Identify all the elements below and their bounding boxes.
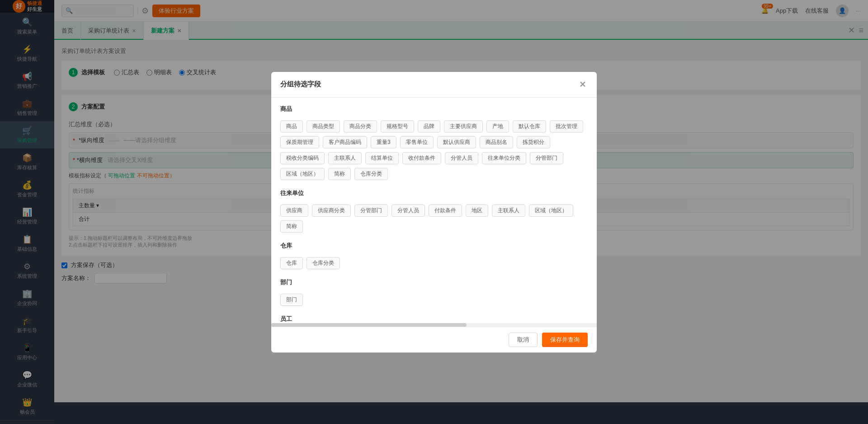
field-cat-title-department: 部门 [280, 278, 588, 289]
field-tags-product: 商品商品类型商品分类规格型号品牌主要供应商产地默认仓库批次管理保质期管理客户商品… [280, 120, 588, 180]
field-cat-product: 商品商品商品类型商品分类规格型号品牌主要供应商产地默认仓库批次管理保质期管理客户… [280, 105, 588, 180]
field-tag-commodity[interactable]: 商品 [280, 120, 303, 133]
field-tag-brand[interactable]: 品牌 [418, 120, 440, 133]
field-tag-retail-unit[interactable]: 零售单位 [400, 136, 434, 148]
field-tag-supplier[interactable]: 供应商 [280, 205, 308, 217]
field-cat-title-partner: 往来单位 [280, 189, 588, 200]
field-tag-short-name2[interactable]: 简称 [280, 220, 303, 233]
field-tag-expiry-mgmt[interactable]: 保质期管理 [280, 136, 319, 148]
field-tag-spec-type[interactable]: 规格型号 [381, 120, 414, 133]
field-tag-warehouse-cat[interactable]: 仓库分类 [354, 168, 388, 180]
modal-footer: 取消 保存并查询 [271, 327, 597, 353]
field-cat-employee: 员工业务员 [280, 315, 588, 323]
field-tag-customer-code[interactable]: 客户商品编码 [323, 136, 367, 148]
field-tag-payment-cond[interactable]: 付款条件 [429, 205, 462, 217]
field-tag-wh[interactable]: 仓库 [280, 257, 303, 269]
field-tag-manage-dept[interactable]: 分管部门 [354, 205, 388, 217]
modal-scrollbar-track [271, 323, 597, 327]
modal-close-btn[interactable]: ✕ [577, 79, 588, 90]
modal-dialog: 分组待选字段 ✕ 商品商品商品类型商品分类规格型号品牌主要供应商产地默认仓库批次… [271, 72, 597, 353]
field-tag-dept2[interactable]: 部门 [280, 294, 303, 306]
field-tag-alias[interactable]: 商品别名 [480, 136, 513, 148]
field-tag-default-warehouse[interactable]: 默认仓库 [513, 120, 546, 133]
field-tag-wh-cat[interactable]: 仓库分类 [307, 257, 340, 269]
field-tag-tax-code[interactable]: 税收分类编码 [280, 152, 325, 164]
field-cat-title-warehouse: 仓库 [280, 242, 588, 252]
field-tag-payment-terms[interactable]: 收付款条件 [402, 152, 441, 164]
field-tag-main-supplier[interactable]: 主要供应商 [444, 120, 483, 133]
field-tag-source-unit-cat[interactable]: 往来单位分类 [482, 152, 526, 164]
field-tag-main-contact[interactable]: 主联系人 [328, 152, 362, 164]
modal-body: 商品商品商品类型商品分类规格型号品牌主要供应商产地默认仓库批次管理保质期管理客户… [271, 98, 597, 323]
modal-scrollbar-thumb[interactable] [271, 323, 467, 327]
field-cat-title-employee: 员工 [280, 315, 588, 323]
modal-title: 分组待选字段 [280, 80, 321, 89]
field-tag-manager[interactable]: 分管人员 [445, 152, 478, 164]
field-tags-partner: 供应商供应商分类分管部门分管人员付款条件地区主联系人区域（地区）简称 [280, 205, 588, 233]
field-tags-department: 部门 [280, 294, 588, 306]
field-tag-main-contact2[interactable]: 主联系人 [492, 205, 525, 217]
field-tag-manage-person[interactable]: 分管人员 [392, 205, 425, 217]
field-tag-weight3[interactable]: 重量3 [371, 136, 396, 148]
field-tag-commodity-category[interactable]: 商品分类 [344, 120, 377, 133]
field-tag-area[interactable]: 地区 [466, 205, 488, 217]
field-tag-settlement-unit[interactable]: 结算单位 [365, 152, 399, 164]
save-button[interactable]: 保存并查询 [542, 333, 588, 347]
field-cat-partner: 往来单位供应商供应商分类分管部门分管人员付款条件地区主联系人区域（地区）简称 [280, 189, 588, 233]
field-tag-short-name[interactable]: 简称 [328, 168, 351, 180]
field-tag-default-supplier[interactable]: 默认供应商 [437, 136, 476, 148]
field-tag-origin[interactable]: 产地 [486, 120, 509, 133]
field-tag-pick-points[interactable]: 拣货积分 [517, 136, 550, 148]
cancel-button[interactable]: 取消 [509, 333, 538, 347]
field-cat-department: 部门部门 [280, 278, 588, 306]
field-tags-warehouse: 仓库仓库分类 [280, 257, 588, 269]
field-tag-batch-mgmt[interactable]: 批次管理 [550, 120, 583, 133]
field-tag-commodity-type[interactable]: 商品类型 [307, 120, 340, 133]
field-tag-region2[interactable]: 区域（地区） [529, 205, 573, 217]
field-tag-region[interactable]: 区域（地区） [280, 168, 325, 180]
field-cat-title-product: 商品 [280, 105, 588, 116]
modal-header: 分组待选字段 ✕ [271, 72, 597, 98]
field-tag-dept[interactable]: 分管部门 [530, 152, 563, 164]
field-cat-warehouse: 仓库仓库仓库分类 [280, 242, 588, 269]
field-tag-supplier-cat[interactable]: 供应商分类 [312, 205, 351, 217]
modal-overlay: 分组待选字段 ✕ 商品商品商品类型商品分类规格型号品牌主要供应商产地默认仓库批次… [0, 0, 868, 424]
